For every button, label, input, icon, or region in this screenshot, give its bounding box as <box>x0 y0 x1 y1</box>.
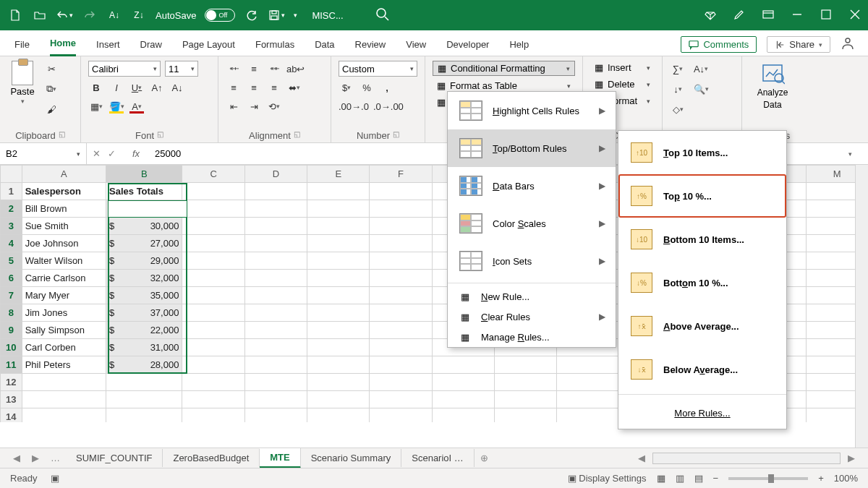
menu-manage-rules[interactable]: ▦Manage Rules... <box>448 327 616 347</box>
cell-empty[interactable] <box>22 391 106 408</box>
increase-decimal-icon[interactable]: .00→.0 <box>339 98 369 114</box>
cell-empty[interactable] <box>432 374 494 391</box>
cell-empty[interactable] <box>182 391 244 408</box>
cell-b8[interactable]: $37,000 <box>106 304 182 322</box>
number-launcher-icon[interactable]: ◱ <box>393 130 399 141</box>
cell-empty[interactable] <box>370 200 432 218</box>
maximize-icon[interactable] <box>820 9 832 22</box>
menu-clear-rules[interactable]: ▦Clear Rules▶ <box>448 307 616 327</box>
tab-nav-next-icon[interactable]: ▶ <box>26 453 45 463</box>
cell-empty[interactable] <box>370 235 432 252</box>
cell-empty[interactable] <box>432 391 494 408</box>
sort-asc-icon[interactable]: A↓ <box>106 7 122 23</box>
col-hdr-d[interactable]: D <box>244 166 307 183</box>
paste-button[interactable]: Paste▾ <box>7 61 38 105</box>
cell-empty[interactable] <box>182 304 244 322</box>
cell-empty[interactable] <box>370 391 432 408</box>
cell-empty[interactable] <box>244 408 307 423</box>
zoom-slider[interactable] <box>728 477 808 480</box>
enter-formula-icon[interactable]: ✓ <box>108 148 116 159</box>
insert-cells-button[interactable]: ▦Insert▾ <box>590 61 655 74</box>
italic-button[interactable]: I <box>109 80 124 95</box>
cell-empty[interactable] <box>244 304 307 322</box>
cell-empty[interactable] <box>182 374 244 391</box>
cell-empty[interactable] <box>495 374 557 391</box>
cell-b3[interactable]: $30,000 <box>106 218 182 235</box>
cell-a5[interactable]: Walter Wilson <box>22 252 106 270</box>
font-name-dropdown[interactable]: Calibri▾ <box>88 61 161 77</box>
display-settings-button[interactable]: ▣ Display Settings <box>568 473 647 484</box>
col-hdr-f[interactable]: F <box>370 166 432 183</box>
shrink-font-icon[interactable]: A↓ <box>169 80 185 95</box>
cell-empty[interactable] <box>182 322 244 339</box>
tab-view[interactable]: View <box>406 39 426 56</box>
autosum-icon[interactable]: ∑▾ <box>670 61 686 77</box>
cell-a8[interactable]: Jim Jones <box>22 304 106 322</box>
cell-a6[interactable]: Carrie Carlson <box>22 270 106 287</box>
col-hdr-b[interactable]: B <box>106 166 182 183</box>
sheet-tab-zerobudget[interactable]: ZeroBasedBudget <box>163 449 260 467</box>
cell-b7[interactable]: $35,000 <box>106 287 182 304</box>
percent-icon[interactable]: % <box>359 80 375 95</box>
cell-empty[interactable] <box>495 408 557 423</box>
cell-empty[interactable] <box>307 183 370 200</box>
cell-b6[interactable]: $32,000 <box>106 270 182 287</box>
fill-icon[interactable]: ↓▾ <box>670 81 686 97</box>
row-hdr-3[interactable]: 3 <box>1 218 22 235</box>
undo-icon[interactable]: ▾ <box>56 7 73 23</box>
align-top-icon[interactable]: ⬴ <box>226 61 242 77</box>
zoom-level[interactable]: 100% <box>834 473 858 484</box>
tab-nav-more-icon[interactable]: … <box>45 453 66 463</box>
cell-empty[interactable] <box>244 218 307 235</box>
cell-empty[interactable] <box>106 408 182 423</box>
cell-a1[interactable]: Salesperson <box>22 183 106 200</box>
menu-bottom-10-items[interactable]: ↓10Bottom 10 Items... <box>618 218 786 261</box>
cell-a10[interactable]: Carl Corben <box>22 339 106 356</box>
menu-new-rule[interactable]: ▦New Rule... <box>448 286 616 307</box>
borders-icon[interactable]: ▦▾ <box>88 98 104 114</box>
cell-empty[interactable] <box>244 287 307 304</box>
zoom-out-icon[interactable]: − <box>713 473 719 484</box>
cell-empty[interactable] <box>307 374 370 391</box>
cell-empty[interactable] <box>244 391 307 408</box>
sheet-tab-mte[interactable]: MTE <box>260 448 300 468</box>
minimize-icon[interactable] <box>791 9 803 22</box>
row-hdr-14[interactable]: 14 <box>1 408 22 423</box>
cell-empty[interactable] <box>182 287 244 304</box>
row-hdr-5[interactable]: 5 <box>1 252 22 270</box>
new-sheet-icon[interactable]: ⊕ <box>475 453 494 463</box>
cell-empty[interactable] <box>557 374 619 391</box>
close-icon[interactable] <box>849 9 861 22</box>
col-hdr-e[interactable]: E <box>307 166 370 183</box>
col-hdr-c[interactable]: C <box>182 166 244 183</box>
menu-top-10-percent[interactable]: ↑%Top 10 %... <box>618 174 786 218</box>
tab-insert[interactable]: Insert <box>96 39 120 56</box>
alignment-launcher-icon[interactable]: ◱ <box>294 130 300 141</box>
ribbon-mode-icon[interactable] <box>762 9 774 22</box>
decrease-decimal-icon[interactable]: .0→.00 <box>373 98 404 114</box>
cell-empty[interactable] <box>182 270 244 287</box>
sort-filter-icon[interactable]: A↓▾ <box>693 61 709 77</box>
cell-empty[interactable] <box>370 304 432 322</box>
cell-empty[interactable] <box>370 270 432 287</box>
select-all-corner[interactable] <box>1 166 22 183</box>
decrease-indent-icon[interactable]: ⇤ <box>226 98 242 114</box>
cell-empty[interactable] <box>307 252 370 270</box>
cell-empty[interactable] <box>307 322 370 339</box>
find-select-icon[interactable]: 🔍▾ <box>693 81 709 97</box>
redo-icon[interactable] <box>82 7 98 23</box>
cut-icon[interactable]: ✂ <box>43 61 59 77</box>
menu-more-rules[interactable]: More Rules... <box>618 398 786 429</box>
row-hdr-7[interactable]: 7 <box>1 287 22 304</box>
cell-empty[interactable] <box>370 339 432 356</box>
row-hdr-8[interactable]: 8 <box>1 304 22 322</box>
zoom-in-icon[interactable]: + <box>818 473 824 484</box>
cell-empty[interactable] <box>370 252 432 270</box>
tab-file[interactable]: File <box>14 39 30 56</box>
row-hdr-6[interactable]: 6 <box>1 270 22 287</box>
cell-empty[interactable] <box>182 252 244 270</box>
cell-empty[interactable] <box>244 235 307 252</box>
cell-a7[interactable]: Mary Myer <box>22 287 106 304</box>
qat-more-icon[interactable]: ▾ <box>294 12 297 19</box>
cell-empty[interactable] <box>307 304 370 322</box>
